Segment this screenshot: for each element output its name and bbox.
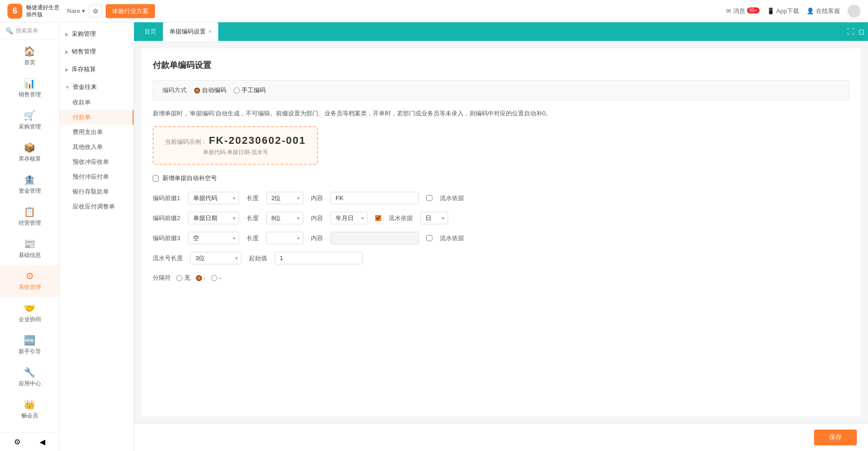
save-button[interactable]: 保存 [814,430,857,445]
chevron-right-icon: ▶ [65,32,69,37]
sub-item-yufu[interactable]: 预付冲应付单 [60,169,134,184]
separator-dash-option[interactable]: - [211,275,221,282]
prefix1-length-label: 长度 [247,194,259,202]
sub-group-sales: ▶ 销售管理 [60,44,134,60]
sidebar-item-label: 基础信息 [19,251,41,259]
prefix1-length-select[interactable]: 2位 [266,192,303,204]
sidebar-item-operations[interactable]: 📋 经营管理 [0,201,59,233]
inventory-icon: 📦 [24,142,35,153]
manual-code-option[interactable]: 手工编码 [234,86,266,94]
avatar[interactable] [848,5,861,18]
sidebar-item-purchase[interactable]: 🛒 采购管理 [0,104,59,136]
sub-item-shoukuan[interactable]: 收款单 [60,95,134,110]
prefix3-length-select[interactable] [266,232,303,244]
chevron-down-icon: ▼ [65,85,70,90]
sub-group-purchase-title[interactable]: ▶ 采购管理 [60,26,134,42]
app-download-item[interactable]: 📱 App下载 [767,7,799,15]
encoding-method-label: 编码方式 [162,86,187,94]
sidebar-settings-icon[interactable]: ⚙ [14,438,20,446]
auto-code-radio[interactable] [194,88,200,94]
sub-group-sales-title[interactable]: ▶ 销售管理 [60,44,134,60]
org-selector[interactable]: Nare ▾ [67,7,85,14]
prefix1-select-wrapper: 单据代码 [188,192,239,204]
prefix3-length-label: 长度 [247,234,259,242]
sub-item-yushou[interactable]: 预收冲应收单 [60,155,134,169]
prefix1-content-label: 内容 [311,194,323,202]
manual-code-radio[interactable] [234,88,240,94]
prefix1-content-input[interactable] [330,192,419,204]
prefix2-serial-period-select[interactable]: 日 [420,212,448,224]
separator-none-option[interactable]: 无 [176,274,190,282]
bottom-bar: 保存 [134,424,868,451]
sidebar-item-label: 新手引导 [19,348,41,356]
prefix1-select[interactable]: 单据代码 [188,192,239,204]
sidebar-item-basic[interactable]: 📰 基础信息 [0,233,59,265]
prefix2-select[interactable]: 单据日期 [188,212,239,224]
separator-dot-radio[interactable] [196,275,202,281]
prefix1-serial-checkbox[interactable] [426,195,432,201]
online-service-item[interactable]: 👤 在线客服 [807,7,840,15]
prefix2-row: 编码前缀2 单据日期 长度 8位 内容 [153,212,849,224]
sidebar-collapse-icon[interactable]: ◀ [40,438,45,446]
separator-dash-radio[interactable] [211,275,217,281]
sub-item-qitashouru[interactable]: 其他收入单 [60,140,134,155]
prefix3-content-input[interactable] [330,232,419,244]
code-example-sub: 单据代码-单据日期-流水号 [165,148,306,156]
message-item[interactable]: ✉ 消息 99+ [726,7,760,15]
sidebar-item-member[interactable]: 👑 畅会员 [0,393,59,425]
sub-item-yingshou[interactable]: 应收应付调整单 [60,199,134,214]
separator-dot-option[interactable]: · [196,275,206,282]
message-badge: 99+ [747,7,760,13]
prefix2-serial-checkbox[interactable] [375,215,381,221]
sidebar-item-system[interactable]: ⚙ 系统管理 [0,265,59,297]
tab-shrink-icon[interactable]: ⊡ [858,27,864,36]
sidebar-item-label: 采购管理 [19,123,41,131]
search-icon: 🔍 [6,27,13,34]
sub-group-finance-title[interactable]: ▼ 资金往来 [60,79,134,95]
prefix2-length-select[interactable]: 8位 [266,212,303,224]
auto-fill-checkbox[interactable] [153,175,159,182]
serial-start-input[interactable] [275,252,363,264]
sidebar-item-apps[interactable]: 🔧 应用中心 [0,361,59,393]
separator-label: 分隔符 [153,274,171,282]
sub-item-feiyong[interactable]: 费用支出单 [60,125,134,140]
sidebar-item-sales[interactable]: 📊 销售管理 [0,72,59,104]
prefix1-label: 编码前缀1 [153,194,181,202]
sidebar-search[interactable]: 🔍 搜索菜单 [0,22,59,40]
prefix2-serial-period-wrapper: 日 [420,212,448,224]
sub-item-yinhang[interactable]: 银行存取款单 [60,184,134,199]
sidebar-item-corp[interactable]: 🤝 企业协同 [0,297,59,329]
sidebar-item-inventory[interactable]: 📦 库存核算 [0,136,59,168]
tab-home[interactable]: 首页 [138,22,163,41]
tab-bar-right: ⛶ ⊡ [847,27,864,36]
sidebar-item-guide[interactable]: 🆕 新手引导 [0,329,59,361]
prefix2-length-wrapper: 8位 [266,212,303,224]
org-name: Nare [67,7,80,14]
prefix2-length-label: 长度 [247,214,259,222]
code-example-box: 当前编码示例： FK-20230602-001 单据代码-单据日期-流水号 [153,126,318,165]
prefix2-label: 编码前缀2 [153,214,181,222]
page-area: 付款单编码设置 编码方式 自动编码 手工编码 [134,41,868,451]
sidebar-item-finance[interactable]: 🏦 资金管理 [0,168,59,201]
prefix2-content-select[interactable]: 年月日 [330,212,368,224]
sidebar-item-home[interactable]: 🏠 首页 [0,40,59,72]
settings-icon[interactable]: ⚙ [89,5,102,18]
sub-group-purchase: ▶ 采购管理 [60,26,134,42]
tab-encoding[interactable]: 单据编码设置 × [163,22,218,41]
prefix3-serial-label: 流水依据 [440,234,464,242]
auto-fill-label[interactable]: 新增单据自动补空号 [162,174,217,182]
prefix3-select[interactable]: 空 [188,232,239,244]
tab-expand-icon[interactable]: ⛶ [847,27,855,36]
separator-dash-label: - [219,275,221,282]
auto-code-option[interactable]: 自动编码 [194,86,226,94]
separator-none-radio[interactable] [176,275,182,281]
info-text: 新增单据时，'单据编码'自动生成，不可编辑。前缀设置为部门、业务员等档案类，开单… [153,108,849,119]
page-title: 付款单编码设置 [153,60,849,71]
sub-group-inventory-title[interactable]: ▶ 库存核算 [60,61,134,77]
prefix3-serial-checkbox[interactable] [426,235,432,241]
serial-length-select[interactable]: 3位 [190,252,242,264]
industry-btn[interactable]: 体验行业方案 [106,4,155,18]
tab-close-icon[interactable]: × [209,28,212,35]
tab-bar: 首页 单据编码设置 × ⛶ ⊡ [134,22,868,41]
sub-item-fukuan[interactable]: 付款单 [60,110,134,125]
